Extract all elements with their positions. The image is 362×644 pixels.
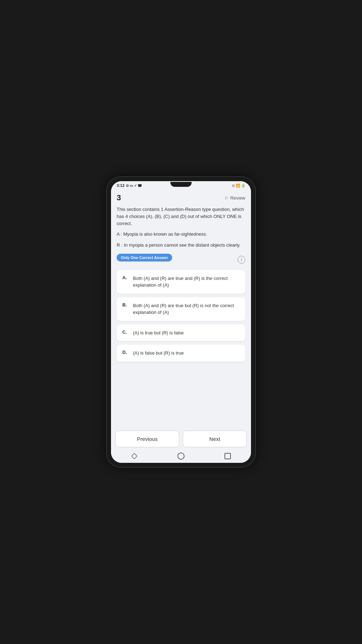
notch	[170, 182, 192, 187]
question-number: 3	[117, 193, 121, 202]
options-list: A. Both (A) and (R) are true and (R) is …	[117, 270, 245, 362]
status-time: 3:12 ⊙ ▭ ✓ ☎	[117, 183, 142, 188]
android-nav-bar	[111, 450, 251, 463]
option-c-label: C.	[122, 329, 129, 335]
badge-row: Only One Correct Answer i	[117, 254, 245, 265]
question-instruction: This section contains 1 Assertion-Reason…	[117, 206, 245, 227]
bottom-navigation: Previous Next	[111, 427, 251, 450]
home-nav-icon[interactable]	[177, 452, 185, 460]
question-header: 3 ☆ Review	[117, 193, 245, 202]
reason-text: R : In myopia a person cannot see the di…	[117, 242, 245, 249]
option-a-label: A.	[122, 275, 129, 280]
option-d-label: D.	[122, 350, 129, 355]
star-icon: ☆	[224, 195, 229, 201]
option-d[interactable]: D. (A) is false but (R) is true	[117, 345, 245, 362]
option-b-text: Both (A) and (R) are true but (R) is not…	[133, 302, 240, 316]
review-button[interactable]: ☆ Review	[224, 195, 245, 201]
status-icons: ⊙ 📶 🔋	[232, 184, 245, 188]
phone-frame: 3:12 ⊙ ▭ ✓ ☎ ⊙ 📶 🔋 3 ☆ Review This secti…	[107, 177, 255, 467]
option-a[interactable]: A. Both (A) and (R) are true and (R) is …	[117, 270, 245, 294]
review-label: Review	[230, 195, 245, 201]
recents-nav-icon[interactable]	[224, 452, 232, 460]
next-button[interactable]: Next	[183, 431, 247, 447]
option-d-text: (A) is false but (R) is true	[133, 350, 184, 357]
option-b-label: B.	[122, 302, 129, 307]
info-icon[interactable]: i	[238, 256, 245, 264]
main-content: 3 ☆ Review This section contains 1 Asser…	[111, 189, 251, 427]
answer-type-badge: Only One Correct Answer	[117, 254, 172, 261]
option-a-text: Both (A) and (R) are true and (R) is the…	[133, 275, 240, 289]
option-c[interactable]: C. (A) is true but (R) is false	[117, 324, 245, 341]
assertion-text: A : Myopia is also known as far-sightedn…	[117, 231, 245, 238]
option-b[interactable]: B. Both (A) and (R) are true but (R) is …	[117, 297, 245, 321]
back-nav-icon[interactable]	[130, 452, 138, 460]
phone-screen: 3:12 ⊙ ▭ ✓ ☎ ⊙ 📶 🔋 3 ☆ Review This secti…	[111, 181, 251, 463]
option-c-text: (A) is true but (R) is false	[133, 329, 184, 337]
previous-button[interactable]: Previous	[115, 431, 179, 447]
